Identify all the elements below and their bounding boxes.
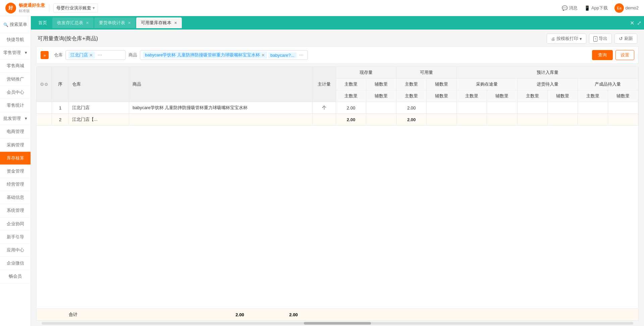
td-no: 1 (52, 102, 69, 114)
tab-close-icon[interactable]: ✕ (86, 21, 89, 25)
td-incoming-aux (547, 114, 578, 126)
sidebar-item-enterprise[interactable]: 企业协同 (0, 218, 31, 231)
search-menu-label: 搜索菜单 (10, 21, 27, 28)
product-input[interactable]: babycare学饮杯 儿童防摔防撞吸管杯重力球吸嘴杯宝宝水杯 ✕ babyca… (140, 50, 308, 60)
sidebar-item-marketing[interactable]: 营销推广 (0, 73, 31, 86)
message-icon (562, 5, 568, 11)
expand-icon: » (43, 53, 46, 58)
tab-receive[interactable]: 收发存汇总表 ✕ (52, 17, 94, 28)
td-stock-aux (366, 114, 396, 126)
td-avail-main: 2.00 (396, 114, 427, 126)
filter-more-icon[interactable]: ··· (96, 52, 103, 58)
td-avail-aux (427, 114, 457, 126)
sidebar-item-basic-info[interactable]: 基础信息 (0, 191, 31, 204)
product-tag1-text: babycare学饮杯 儿童防摔防撞吸管杯重力球吸嘴杯宝宝水杯 (145, 52, 260, 58)
print-button[interactable]: 按模板打印 ▾ (547, 34, 586, 44)
sidebar-item-app-center[interactable]: 应用中心 (0, 244, 31, 257)
sidebar-item-finance[interactable]: 资金管理 (0, 165, 31, 178)
logo-text: 畅捷通好生意 标准版 (19, 3, 45, 13)
td-produced-main (578, 102, 608, 114)
msg-label: 消息 (569, 5, 578, 11)
sidebar-item-quick-nav[interactable]: 快捷导航 (0, 33, 31, 46)
th-am: 主数里 (396, 90, 427, 102)
sidebar-item-retail-stats[interactable]: 零售统计 (0, 99, 31, 112)
td-purchase-aux (487, 114, 517, 126)
industry-label: 母婴行业演示账套 (56, 5, 91, 11)
td-stock-main: 2.00 (336, 102, 366, 114)
tab-close-icon[interactable]: ✕ (174, 21, 177, 25)
sidebar-item-ecommerce[interactable]: 电商管理 (0, 125, 31, 138)
sidebar-item-member2[interactable]: 畅会员 (0, 270, 31, 283)
app-icon (584, 5, 590, 11)
chevron-down-icon: ▾ (25, 50, 27, 56)
sidebar-label: 应用中心 (7, 247, 24, 252)
msg-button[interactable]: 消息 (562, 5, 578, 11)
th-avail-aux: 辅数里 (427, 79, 457, 90)
sidebar-item-purchase[interactable]: 采购管理 (0, 139, 31, 152)
sidebar-item-member[interactable]: 会员中心 (0, 86, 31, 99)
scrollbar-track[interactable] (42, 322, 633, 325)
footer-label: 合计 (69, 312, 109, 318)
th-im: 主数里 (517, 90, 547, 102)
refresh-button[interactable]: 刷新 (614, 34, 637, 44)
product-tag1-close[interactable]: ✕ (261, 53, 265, 58)
sidebar-item-retail-mgmt[interactable]: 零售管理 ▾ (0, 46, 31, 59)
td-product (129, 114, 313, 126)
settings-icon[interactable]: ⚙ (40, 82, 48, 87)
query-button[interactable]: 查询 (592, 50, 613, 60)
th-stock-group: 现存量 (336, 67, 396, 79)
search-menu-button[interactable]: 搜索菜单 (3, 19, 28, 30)
filter-expand-button[interactable]: » (41, 51, 49, 59)
export-button[interactable]: 导出 (589, 34, 612, 44)
data-table: ⚙ 序 仓库 商品 主计量 现存量 可用量 预计入库量 (37, 67, 638, 126)
warehouse-tag-text: 江北门店 (70, 52, 88, 58)
warehouse-tag-close[interactable]: ✕ (89, 53, 93, 58)
sidebar-item-wholesale[interactable]: 批发管理 ▾ (0, 112, 31, 125)
th-ia: 辅数里 (547, 90, 578, 102)
page-header: 可用量查询(按仓库+商品) 按模板打印 ▾ 导出 刷新 (31, 30, 644, 46)
sidebar-item-guide[interactable]: 新手引导 (0, 231, 31, 244)
scrollbar-thumb[interactable] (304, 322, 371, 325)
td-incoming-main (517, 102, 547, 114)
sidebar-item-retail-mall[interactable]: 零售商城 (0, 59, 31, 73)
td-warehouse: 江北门店 (69, 102, 129, 114)
app-download-button[interactable]: App下载 (584, 5, 608, 11)
tab-order[interactable]: 要货单统计表 ✕ (94, 17, 136, 28)
sidebar-item-system[interactable]: 系统管理 (0, 204, 31, 217)
th-purchase-sub: 采购在途量 (457, 79, 517, 90)
industry-selector[interactable]: 母婴行业演示账套 ▾ (53, 3, 98, 13)
td-produced-aux (608, 102, 638, 114)
settings-button[interactable]: 设置 (615, 50, 634, 60)
tab-label: 收发存汇总表 (57, 20, 83, 26)
tab-close-icon[interactable]: ✕ (128, 21, 131, 25)
divider (49, 4, 49, 12)
table-row: 1 江北门店 babycare学饮杯 儿童防摔防撞吸管杯重力球吸嘴杯宝宝水杯 个… (37, 102, 638, 114)
warehouse-input[interactable]: 江北门店 ✕ ··· (65, 50, 126, 60)
sidebar-label: 零售管理 (3, 50, 21, 56)
warehouse-tag: 江北门店 ✕ (68, 52, 95, 58)
print-label: 按模板打印 (556, 36, 578, 42)
tab-home[interactable]: 首页 (34, 17, 52, 28)
th-unit: 主计量 (312, 67, 336, 102)
top-bar: 好 畅捷通好生意 标准版 母婴行业演示账套 ▾ 消息 App下载 Ea demo… (0, 0, 644, 16)
sidebar-item-inventory[interactable]: 库存核算 (0, 152, 31, 165)
sidebar-search-area: 搜索菜单 (0, 16, 31, 33)
product-label: 商品 (128, 52, 137, 58)
tab-label: 首页 (38, 20, 47, 26)
chevron-down-icon: ▾ (580, 36, 582, 41)
th-sm: 主数里 (336, 90, 366, 102)
top-bar-left: 好 畅捷通好生意 标准版 母婴行业演示账套 ▾ (5, 3, 98, 13)
th-stock-aux: 辅数里 (366, 79, 396, 90)
tab-available[interactable]: 可用量库存账本 ✕ (136, 17, 182, 28)
refresh-label: 刷新 (624, 36, 633, 42)
maximize-icon[interactable]: ⤢ (637, 20, 641, 26)
product-more-icon[interactable]: ··· (298, 52, 305, 58)
user-menu[interactable]: Ea demo2 (614, 3, 639, 13)
sidebar-item-wechat[interactable]: 企业微信 (0, 257, 31, 270)
close-all-icon[interactable]: ✕ (630, 20, 634, 26)
td-settings (37, 102, 52, 114)
th-aa: 辅数里 (427, 90, 457, 102)
sidebar-item-operations[interactable]: 经营管理 (0, 178, 31, 191)
product-tag-2: babycare?... (268, 52, 297, 58)
th-available-group: 可用量 (396, 67, 457, 79)
